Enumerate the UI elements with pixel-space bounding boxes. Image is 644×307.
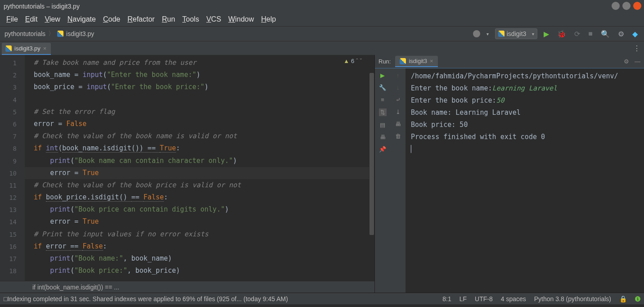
breadcrumb-separator: 〉 bbox=[48, 30, 54, 38]
code-line[interactable] bbox=[25, 94, 374, 106]
code-line[interactable]: if error == False: bbox=[25, 240, 374, 253]
code-editor[interactable]: 123456789101112131415161718 # Take book … bbox=[0, 55, 374, 293]
code-line[interactable]: book_name = input("Enter the book name:"… bbox=[25, 69, 374, 81]
notification-badge[interactable]: 1 bbox=[635, 296, 640, 302]
python-file-icon bbox=[498, 31, 504, 37]
lock-icon[interactable]: 🔒 bbox=[619, 295, 627, 302]
code-line[interactable]: # Set the error flag bbox=[25, 106, 374, 118]
structure-breadcrumb-text: if int(book_name.isdigit()) == ... bbox=[32, 284, 119, 291]
window-close-button[interactable] bbox=[633, 2, 641, 10]
run-label: Run: bbox=[378, 58, 391, 65]
run-left-toolbar: ▶ 🔧 ≡ ⇅ ▤ 🖶 📌 bbox=[375, 68, 390, 293]
file-encoding[interactable]: UTF-8 bbox=[475, 295, 493, 302]
breadcrumb[interactable]: pythontutorials 〉 isdigit3.py bbox=[5, 30, 94, 38]
menu-help[interactable]: Help bbox=[257, 14, 279, 25]
debug-button[interactable]: 🐞 bbox=[555, 28, 568, 40]
console-line: Book price: 50 bbox=[411, 119, 644, 131]
down-arrow-icon[interactable]: ↓ bbox=[396, 84, 400, 91]
editor-tab[interactable]: isdigit3.py × bbox=[2, 43, 51, 55]
chevron-down-icon[interactable]: ˇ bbox=[360, 58, 362, 64]
code-line[interactable]: # Check the value of the book name is va… bbox=[25, 130, 374, 142]
wrap-icon[interactable]: ⤶ bbox=[396, 96, 401, 103]
settings-icon[interactable]: ⚙ bbox=[616, 28, 626, 40]
window-minimize-button[interactable] bbox=[612, 2, 620, 10]
editor-scrollbar[interactable] bbox=[369, 55, 374, 266]
print-icon2[interactable]: 🖶 bbox=[395, 121, 401, 127]
code-line[interactable]: error = True bbox=[25, 216, 374, 228]
menu-navigate[interactable]: Navigate bbox=[64, 14, 99, 25]
run-left-toolbar2: ↑ ↓ ⤶ ⤓ 🖶 🗑 bbox=[390, 68, 405, 293]
pin-icon[interactable]: 📌 bbox=[379, 146, 386, 153]
learn-icon[interactable]: ◆ bbox=[630, 28, 639, 40]
status-bar: □ Indexing completed in 31 sec. Shared i… bbox=[0, 293, 644, 304]
breadcrumb-file[interactable]: isdigit3.py bbox=[66, 30, 94, 37]
indent-setting[interactable]: 4 spaces bbox=[501, 295, 526, 302]
rerun-button[interactable]: ▶ bbox=[380, 72, 385, 79]
code-line[interactable]: error = True bbox=[25, 167, 374, 179]
code-line[interactable]: if book_price.isdigit() == False: bbox=[25, 191, 374, 203]
menu-vcs[interactable]: VCS bbox=[203, 14, 225, 25]
run-button[interactable]: ▶ bbox=[542, 28, 551, 40]
trash-icon[interactable]: 🗑 bbox=[395, 133, 401, 140]
status-icon[interactable]: □ bbox=[4, 295, 7, 302]
navigation-bar: pythontutorials 〉 isdigit3.py ▾ isdigit3… bbox=[0, 26, 644, 41]
console-line: Enter the book name:Learning Laravel bbox=[411, 82, 644, 95]
layout-icon[interactable]: ≡ bbox=[381, 96, 384, 103]
print-icon[interactable]: 🖶 bbox=[380, 134, 386, 140]
menu-code[interactable]: Code bbox=[99, 14, 124, 25]
menu-window[interactable]: Window bbox=[225, 14, 257, 25]
code-line[interactable]: # Take book name and price from the user bbox=[25, 57, 374, 69]
menu-run[interactable]: Run bbox=[158, 14, 179, 25]
line-ending[interactable]: LF bbox=[459, 295, 467, 302]
menu-view[interactable]: View bbox=[41, 14, 63, 25]
code-line[interactable]: # Print the input values if no error exi… bbox=[25, 228, 374, 240]
code-line[interactable]: # Check the value of the book price is v… bbox=[25, 179, 374, 191]
code-line[interactable]: print("Book price can contain digits onl… bbox=[25, 203, 374, 216]
python-interpreter[interactable]: Python 3.8 (pythontutorials) bbox=[534, 295, 611, 302]
console-line: Book name: Learning Laravel bbox=[411, 107, 644, 119]
menu-file[interactable]: File bbox=[3, 14, 22, 25]
window-maximize-button[interactable] bbox=[622, 2, 630, 10]
python-file-icon bbox=[5, 45, 12, 52]
editor-gutter: 123456789101112131415161718 bbox=[0, 55, 25, 293]
menu-refactor[interactable]: Refactor bbox=[124, 14, 158, 25]
code-line[interactable]: print("Book name can contain character o… bbox=[25, 155, 374, 167]
menu-edit[interactable]: Edit bbox=[22, 14, 41, 25]
main-split: 123456789101112131415161718 # Take book … bbox=[0, 55, 644, 293]
stop-button[interactable]: ■ bbox=[586, 28, 594, 40]
code-line[interactable]: print("Book price:", book_price) bbox=[25, 265, 374, 277]
search-icon[interactable]: 🔍 bbox=[599, 28, 612, 40]
code-line[interactable]: if int(book_name.isdigit()) == True: bbox=[25, 142, 374, 154]
run-tab[interactable]: isdigit3 × bbox=[395, 56, 437, 67]
close-tab-icon[interactable]: × bbox=[43, 45, 47, 52]
hide-panel-icon[interactable]: — bbox=[635, 58, 640, 65]
editor-tab-label: isdigit3.py bbox=[14, 45, 41, 52]
structure-breadcrumb[interactable]: if int(book_name.isdigit()) == ... bbox=[0, 281, 374, 293]
console-line: /home/fahmida/PycharmProjects/pythontuto… bbox=[411, 70, 644, 82]
code-line[interactable]: book_price = input("Enter the book price… bbox=[25, 81, 374, 93]
run-configuration-selector[interactable]: isdigit3 bbox=[495, 28, 538, 39]
code-line[interactable]: print("Book name:", book_name) bbox=[25, 253, 374, 265]
run-console[interactable]: /home/fahmida/PycharmProjects/pythontuto… bbox=[405, 68, 644, 293]
layout2-icon[interactable]: ⇅ bbox=[379, 108, 387, 116]
columns-icon[interactable]: ▤ bbox=[380, 122, 385, 128]
menu-tools[interactable]: Tools bbox=[179, 14, 203, 25]
editor-more-icon[interactable]: ⋮ bbox=[633, 44, 640, 53]
code-line[interactable]: error = False bbox=[25, 118, 374, 130]
wrench-icon[interactable]: 🔧 bbox=[379, 84, 386, 91]
breadcrumb-project[interactable]: pythontutorials bbox=[5, 30, 45, 37]
console-line: Process finished with exit code 0 bbox=[411, 131, 644, 143]
editor-code-area[interactable]: # Take book name and price from the user… bbox=[25, 55, 374, 293]
close-tab-icon[interactable]: × bbox=[430, 58, 433, 64]
caret-position[interactable]: 8:1 bbox=[442, 295, 451, 302]
run-settings-icon[interactable]: ⚙ bbox=[624, 58, 629, 65]
chevron-up-icon[interactable]: ˆ bbox=[356, 58, 358, 64]
status-message: Indexing completed in 31 sec. Shared ind… bbox=[7, 295, 288, 302]
user-icon[interactable] bbox=[473, 30, 480, 37]
scroll-end-icon[interactable]: ⤓ bbox=[396, 108, 401, 115]
user-dropdown-icon[interactable]: ▾ bbox=[485, 30, 491, 38]
inspection-widget[interactable]: ▲ 6 ˆ ˇ bbox=[343, 58, 362, 64]
coverage-button[interactable]: ⟳ bbox=[572, 28, 582, 40]
up-arrow-icon[interactable]: ↑ bbox=[396, 72, 400, 79]
main-menu-bar: FileEditViewNavigateCodeRefactorRunTools… bbox=[0, 13, 644, 26]
